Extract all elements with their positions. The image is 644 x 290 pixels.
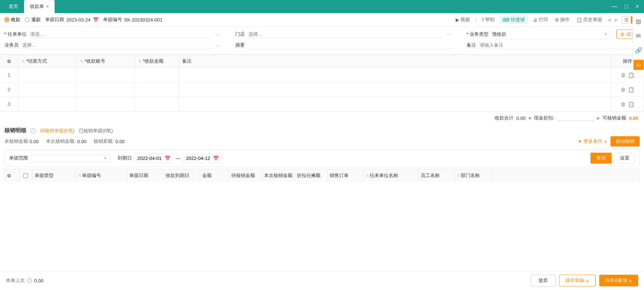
date-label: 单据日期 xyxy=(129,172,148,179)
bth-gear[interactable]: ⚙ xyxy=(5,169,19,182)
bth-thisver: 本次核销金额 xyxy=(262,169,295,182)
docno-value[interactable]: SK-20230324-001 xyxy=(124,17,163,23)
print-button[interactable]: 🖨 打印 xyxy=(531,16,550,24)
this-ver-stat: 本次核销金额: 0.00 xyxy=(46,138,86,145)
footer: 本单上次 ⓘ 0.00 放弃 保存草稿 ∧ 保存&新增 ∧ xyxy=(0,271,644,290)
row-1-remark[interactable] xyxy=(178,68,611,82)
operation-button[interactable]: ⚙ 操作 xyxy=(553,16,571,24)
verif-info-icon[interactable]: i xyxy=(31,128,36,133)
range-label: 单据范围 xyxy=(9,155,28,161)
pending-tab[interactable]: 待核销单据(0笔) xyxy=(40,128,74,134)
row-1-amount[interactable] xyxy=(135,68,178,82)
account-sort-icon[interactable]: ⇅ xyxy=(80,59,83,63)
select-all-checkbox[interactable] xyxy=(23,173,28,178)
verif-settings-button[interactable]: 设置 xyxy=(614,153,635,164)
bth-no-sort[interactable]: ⇅ xyxy=(78,174,81,177)
bth-salesorder: 销售订单 xyxy=(327,169,364,182)
sidebar-clip-icon[interactable]: 🔗 xyxy=(633,45,644,55)
minimize-button[interactable]: — xyxy=(609,3,620,11)
partner-input[interactable] xyxy=(29,30,212,38)
note-input[interactable] xyxy=(478,41,640,49)
window-controls: — □ × xyxy=(609,3,641,11)
row-3-amount[interactable] xyxy=(135,97,178,111)
sidebar-ai-icon[interactable]: Ai xyxy=(633,60,644,70)
radio-refund[interactable]: 退款 xyxy=(25,16,41,23)
business-dropdown-icon: ▼ xyxy=(604,32,608,36)
row-3-remark[interactable] xyxy=(178,97,611,111)
tab-close-icon[interactable]: × xyxy=(46,4,49,9)
list-view-button[interactable]: ☰ xyxy=(622,16,631,23)
auto-verify-button[interactable]: 自动核销 xyxy=(610,136,640,146)
store-input[interactable] xyxy=(247,30,443,38)
toolbar-right: ▶ 视频 | ? 帮助 ⌨ 快捷键 🖨 打印 ⚙ 操作 xyxy=(454,15,640,24)
business-select[interactable]: 预收款 ▼ xyxy=(491,30,609,39)
calendar-icon[interactable]: 📅 xyxy=(93,17,99,23)
close-button[interactable]: × xyxy=(633,3,641,11)
date-value[interactable]: 2023-03-24 xyxy=(66,17,91,23)
bth-partner-sort[interactable]: ⇅ xyxy=(366,174,369,177)
amount-sort-icon[interactable]: ⇅ xyxy=(138,59,141,63)
row-2-delete-icon[interactable]: 🗑 xyxy=(621,87,626,93)
history-button[interactable]: 📋 历史单据 xyxy=(575,16,604,24)
shortcut-button[interactable]: ⌨ 快捷键 xyxy=(500,15,528,24)
row-1-settle[interactable] xyxy=(18,68,76,82)
prev-info-icon[interactable]: ⓘ xyxy=(27,278,32,283)
row-2-account[interactable] xyxy=(76,82,135,97)
verif-stats-and-actions: 未核销金额 0.00 本次核销金额: 0.00 核销差额: 0.00 ▼ 更多条… xyxy=(4,136,640,146)
radio-refund-label: 退款 xyxy=(31,16,41,23)
bth-partner: ⇅ 往来单位名称 xyxy=(364,169,419,182)
unverified-label: 未核销金额 xyxy=(4,138,28,145)
video-button[interactable]: ▶ 视频 xyxy=(454,16,471,24)
row-2-remark[interactable] xyxy=(178,82,611,97)
save-new-label: 保存&新增 xyxy=(605,277,627,284)
row-2-copy-icon[interactable]: 📋 xyxy=(628,87,634,93)
row-3-copy-icon[interactable]: 📋 xyxy=(628,101,634,107)
staff-more-icon[interactable]: ··· xyxy=(214,43,221,48)
staff-input[interactable] xyxy=(21,41,212,49)
date-end-picker[interactable]: 2022-04-12 📅 xyxy=(183,154,223,163)
row-2-action: 🗑 📋 xyxy=(611,82,644,97)
th-gear[interactable]: ⚙ xyxy=(0,55,18,67)
maximize-button[interactable]: □ xyxy=(623,3,631,11)
prev-nav-icon[interactable]: ▶ xyxy=(614,17,618,23)
sidebar-table-icon[interactable]: ▤ xyxy=(633,16,644,26)
verifiable-value: 0.00 xyxy=(629,115,638,121)
save-draft-button[interactable]: 保存草稿 ∧ xyxy=(559,275,596,286)
row-2-settle[interactable] xyxy=(18,82,76,97)
query-button[interactable]: 查询 xyxy=(590,153,612,164)
row-3-settle[interactable] xyxy=(18,97,76,111)
bth-date: 单据日期 xyxy=(127,169,164,182)
shortcut-label: 快捷键 xyxy=(511,16,525,23)
row-3-account[interactable] xyxy=(76,97,135,111)
footer-right: 放弃 保存草稿 ∧ 保存&新增 ∧ xyxy=(531,275,638,286)
filter-icon: ▼ xyxy=(577,139,582,144)
radio-receive[interactable]: 收款 xyxy=(4,16,20,23)
amount-label: *收款金额 xyxy=(143,58,164,64)
store-more-icon[interactable]: ··· xyxy=(445,32,452,37)
range-select[interactable]: ▼ xyxy=(30,154,110,162)
discount-input[interactable] xyxy=(557,115,594,121)
note-field: 备注 xyxy=(467,41,640,49)
date-start-picker[interactable]: 2022-04-01 📅 xyxy=(134,154,174,163)
row-3-delete-icon[interactable]: 🗑 xyxy=(621,101,626,107)
partner-more-icon[interactable]: ··· xyxy=(214,32,221,37)
row-1-account[interactable] xyxy=(76,68,135,82)
summary-label: 摘要 xyxy=(235,42,245,48)
more-conditions-button[interactable]: ▼ 更多条件 ∧ xyxy=(577,138,608,145)
tab-receive[interactable]: 收款单 × xyxy=(24,0,55,13)
sidebar-email-icon[interactable]: ✉ xyxy=(633,31,644,41)
row-1-delete-icon[interactable]: 🗑 xyxy=(621,72,626,78)
row-2-amount[interactable] xyxy=(135,82,178,97)
calendar-end-icon: 📅 xyxy=(213,156,219,161)
done-tab[interactable]: 已核销单据(0笔) xyxy=(79,128,113,134)
summary-input[interactable] xyxy=(247,41,452,49)
help-button[interactable]: ? 帮助 xyxy=(480,16,496,24)
form-row-2: 业务员 ··· 摘要 备注 xyxy=(4,41,640,49)
staff-field: 业务员 ··· xyxy=(4,41,221,49)
settle-sort-icon[interactable]: ⇅ xyxy=(22,59,25,63)
abandon-button[interactable]: 放弃 xyxy=(531,275,555,286)
tab-home[interactable]: 首页 xyxy=(3,0,24,13)
save-new-button[interactable]: 保存&新增 ∧ xyxy=(599,275,638,286)
total-value: 0.00 xyxy=(517,115,526,121)
bth-dept-sort[interactable]: ⇅ xyxy=(457,174,460,177)
